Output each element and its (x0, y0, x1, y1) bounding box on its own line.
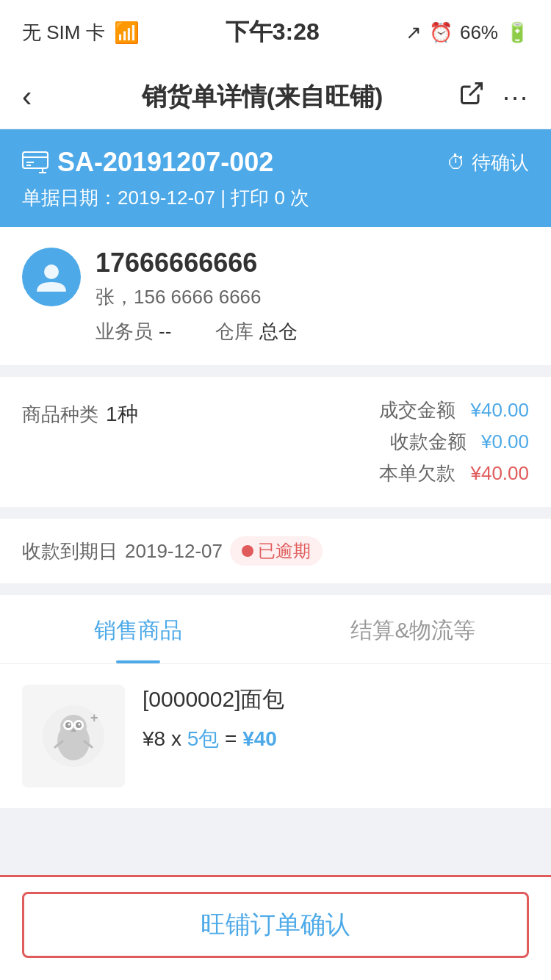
status-right: ↗ ⏰ 66% 🔋 (406, 21, 529, 44)
status-bar: 无 SIM 卡 📶 下午3:28 ↗ ⏰ 66% 🔋 (0, 0, 551, 65)
nav-bar: ‹ 销货单详情(来自旺铺) ··· (0, 65, 551, 129)
order-id: SA-20191207-002 (22, 147, 273, 178)
location-icon: ↗ (406, 21, 422, 44)
battery-icon: 🔋 (505, 21, 529, 44)
customer-info: 17666666666 张，156 6666 6666 业务员 -- 仓库 总仓 (96, 248, 529, 345)
amount-value: ¥40.00 (470, 399, 529, 422)
customer-phone: 17666666666 (96, 248, 529, 278)
status-text: 待确认 (472, 150, 529, 176)
summary-kinds: 商品种类 1种 (22, 400, 138, 428)
confirm-btn-wrap: 旺铺订单确认 (0, 875, 551, 980)
avatar (22, 248, 81, 306)
salesman-label: 业务员 (96, 319, 153, 345)
svg-text:+: + (90, 710, 98, 725)
summary-left: 商品种类 1种 (22, 397, 138, 428)
multiply-sign: x (171, 727, 187, 750)
svg-line-0 (469, 84, 482, 96)
product-name: [0000002]面包 (143, 685, 529, 715)
back-button[interactable]: ‹ (22, 80, 66, 113)
svg-point-16 (79, 724, 81, 726)
received-value: ¥0.00 (481, 430, 529, 453)
share-button[interactable] (458, 80, 485, 113)
warehouse-item: 仓库 总仓 (215, 319, 298, 345)
wifi-icon: 📶 (114, 21, 140, 45)
product-qty: 5包 (187, 727, 220, 750)
carrier-text: 无 SIM 卡 (22, 20, 105, 46)
tabs: 销售商品 结算&物流等 (0, 595, 551, 664)
amount-label: 成交金额 (379, 397, 455, 423)
overdue-text: 已逾期 (258, 539, 311, 563)
due-label: 收款到期日 (22, 538, 118, 564)
product-section: + [0000002]面包 ¥8 x 5包 = ¥40 (0, 664, 551, 808)
salesman-value: -- (159, 320, 171, 343)
clock-status-icon: ⏱ (447, 151, 466, 174)
customer-name: 张，156 6666 6666 (96, 284, 529, 310)
owed-row: 本单欠款 ¥40.00 (379, 461, 529, 486)
svg-rect-2 (23, 156, 48, 158)
product-price: ¥8 x 5包 = ¥40 (143, 725, 529, 753)
owed-label: 本单欠款 (379, 461, 455, 486)
confirm-button[interactable]: 旺铺订单确认 (22, 892, 529, 958)
summary-right: 成交金额 ¥40.00 收款金额 ¥0.00 本单欠款 ¥40.00 (379, 397, 529, 486)
svg-point-7 (44, 264, 59, 279)
equals-sign: = (225, 727, 242, 750)
warehouse-label: 仓库 (215, 319, 253, 345)
amount-row: 成交金额 ¥40.00 (379, 397, 529, 423)
status-left: 无 SIM 卡 📶 (22, 20, 140, 46)
received-label: 收款金额 (390, 429, 467, 455)
clock-icon: ⏰ (429, 21, 453, 44)
status-time: 下午3:28 (226, 16, 320, 48)
nav-actions: ··· (458, 80, 529, 113)
order-status: ⏱ 待确认 (447, 150, 529, 176)
product-info: [0000002]面包 ¥8 x 5包 = ¥40 (143, 685, 529, 753)
order-date: 单据日期：2019-12-07 | 打印 0 次 (22, 185, 529, 211)
warehouse-value: 总仓 (259, 319, 298, 345)
received-row: 收款金额 ¥0.00 (390, 429, 529, 455)
battery-text: 66% (460, 21, 498, 44)
product-total: ¥40 (242, 727, 277, 750)
product-thumbnail: + (22, 685, 125, 788)
tab-sales-product[interactable]: 销售商品 (0, 595, 276, 663)
overdue-badge: 已逾期 (230, 536, 323, 566)
summary-section: 商品种类 1种 成交金额 ¥40.00 收款金额 ¥0.00 本单欠款 ¥40.… (0, 377, 551, 507)
kinds-value: 1种 (106, 400, 138, 428)
owed-value: ¥40.00 (470, 462, 529, 485)
more-button[interactable]: ··· (503, 82, 529, 112)
price-unit: ¥8 (143, 727, 165, 750)
salesman-item: 业务员 -- (96, 319, 171, 345)
page-title: 销货单详情(来自旺铺) (142, 80, 383, 114)
customer-section: 17666666666 张，156 6666 6666 业务员 -- 仓库 总仓 (0, 227, 551, 365)
kinds-label: 商品种类 (22, 402, 98, 428)
order-banner: SA-20191207-002 ⏱ 待确认 单据日期：2019-12-07 | … (0, 129, 551, 227)
due-section: 收款到期日 2019-12-07 已逾期 (0, 519, 551, 583)
tab-settlement[interactable]: 结算&物流等 (276, 595, 551, 663)
customer-meta: 业务员 -- 仓库 总仓 (96, 319, 529, 345)
overdue-dot-icon (242, 545, 253, 557)
due-date: 2019-12-07 (125, 540, 223, 563)
svg-point-15 (68, 724, 71, 726)
